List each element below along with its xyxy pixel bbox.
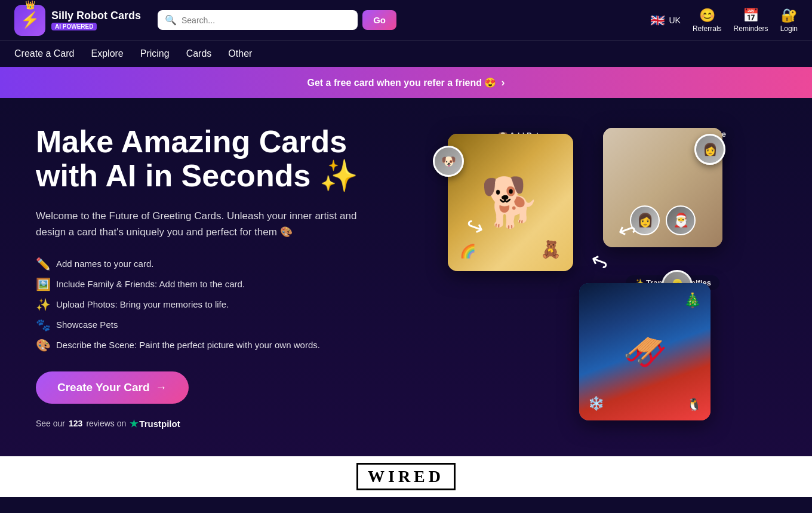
feature-text-5: Describe the Scene: Paint the perfect pi… — [56, 340, 320, 350]
search-input[interactable] — [182, 16, 350, 25]
ai-badge: AI POWERED — [51, 23, 97, 30]
logo-icon: 👑 ⚡ — [14, 5, 45, 36]
feature-item-2: 🖼️ Include Family & Friends: Add them to… — [36, 277, 382, 291]
referrals-icon: 😊 — [699, 8, 715, 23]
nav-other[interactable]: Other — [228, 46, 252, 62]
banner-text: Get a free card when you refer a friend … — [307, 77, 497, 88]
trustpilot-prefix: See our — [36, 419, 65, 428]
nav-create-a-card[interactable]: Create a Card — [14, 46, 75, 62]
profile-bubble-1: 🐶 — [433, 146, 464, 177]
pet-card: 🐕 🧸 🌈 — [448, 134, 573, 271]
dog-emoji-icon: 🐕 — [481, 174, 540, 231]
curved-arrow-3: ↪ — [588, 247, 613, 277]
feature-item-1: ✏️ Add names to your card. — [36, 257, 382, 271]
logo[interactable]: 👑 ⚡ Silly Robot Cards AI POWERED — [14, 5, 146, 36]
cta-label: Create Your Card — [57, 381, 150, 394]
penguin-icon: 🐧 — [687, 397, 702, 411]
promo-banner[interactable]: Get a free card when you refer a friend … — [0, 67, 812, 98]
locale-button[interactable]: 🇬🇧 UK — [650, 13, 680, 27]
nav-explore[interactable]: Explore — [91, 46, 124, 62]
create-card-button[interactable]: Create Your Card → — [36, 371, 189, 404]
search-icon: 🔍 — [165, 14, 177, 26]
nav-cards[interactable]: Cards — [186, 46, 212, 62]
reminders-label: Reminders — [734, 24, 768, 33]
toy-emoji: 🧸 — [540, 239, 561, 259]
cta-arrow-icon: → — [156, 381, 167, 394]
pet-card-inner: 🐕 🧸 🌈 — [448, 134, 573, 271]
trustpilot-star-icon: ★ — [130, 418, 138, 429]
feature-icon-5: 🎨 — [36, 338, 50, 352]
hero-left: Make Amazing Cards with AI in Seconds ✨ … — [36, 125, 382, 429]
feature-text-3: Upload Photos: Bring your memories to li… — [56, 299, 229, 309]
feature-icon-3: ✨ — [36, 297, 50, 312]
wired-section: WIRED — [0, 456, 812, 497]
selfie-card-inner: 🛷 🎄 ❄️ 🐧 — [579, 283, 710, 420]
feature-text-1: Add names to your card. — [56, 259, 153, 269]
logo-text: Silly Robot Cards AI POWERED — [51, 10, 141, 30]
site-name: Silly Robot Cards — [51, 10, 141, 23]
feature-icon-2: 🖼️ — [36, 277, 50, 291]
trustpilot-logo[interactable]: ★ Trustpilot — [130, 418, 180, 429]
sleigh-icon: 🛷 — [623, 331, 668, 373]
hero-title: Make Amazing Cards with AI in Seconds ✨ — [36, 125, 382, 193]
referrals-label: Referrals — [693, 24, 722, 33]
login-icon: 🔐 — [781, 8, 797, 23]
hero-section: Make Amazing Cards with AI in Seconds ✨ … — [0, 98, 812, 456]
right-nav: 🇬🇧 UK 😊 Referrals 📅 Reminders 🔐 Login — [650, 8, 798, 33]
referrals-button[interactable]: 😊 Referrals — [693, 8, 722, 33]
login-label: Login — [780, 24, 798, 33]
rainbow-emoji: 🌈 — [460, 244, 476, 259]
trustpilot-area: See our 123 reviews on ★ Trustpilot — [36, 418, 382, 429]
trustpilot-brand: Trustpilot — [139, 419, 180, 429]
reminders-icon: 📅 — [743, 8, 759, 23]
xmas-tree-icon: 🎄 — [684, 292, 702, 309]
login-button[interactable]: 🔐 Login — [780, 8, 798, 33]
banner-arrow-icon: › — [501, 76, 505, 89]
nav-pricing[interactable]: Pricing — [140, 46, 170, 62]
feature-item-3: ✨ Upload Photos: Bring your memories to … — [36, 297, 382, 312]
reminders-button[interactable]: 📅 Reminders — [734, 8, 768, 33]
search-area: 🔍 Go — [158, 10, 396, 30]
search-go-button[interactable]: Go — [362, 10, 396, 30]
snow-icon: ❄️ — [588, 396, 604, 411]
feature-item-5: 🎨 Describe the Scene: Paint the perfect … — [36, 338, 382, 352]
hero-right: 🐶 Add Pets 👥 Add Multiple People 🐕 🧸 🌈 — [382, 122, 776, 432]
profile-bubble-2: 👩 — [694, 134, 725, 165]
flag-icon: 🇬🇧 — [650, 13, 665, 27]
santa-avatar: 🎅 — [666, 205, 696, 235]
feature-text-2: Include Family & Friends: Add them to th… — [56, 279, 245, 289]
feature-icon-4: 🐾 — [36, 318, 50, 332]
search-wrapper: 🔍 — [158, 10, 358, 30]
hero-subtitle: Welcome to the Future of Greeting Cards.… — [36, 208, 382, 240]
site-header: 👑 ⚡ Silly Robot Cards AI POWERED 🔍 Go 🇬🇧… — [0, 0, 812, 41]
trustpilot-count: 123 — [69, 419, 82, 428]
feature-item-4: 🐾 Showcase Pets — [36, 318, 382, 332]
selfie-card: 🛷 🎄 ❄️ 🐧 — [579, 283, 710, 420]
nav-bar: Create a Card Explore Pricing Cards Othe… — [0, 41, 812, 67]
trustpilot-suffix: reviews on — [86, 419, 126, 428]
features-list: ✏️ Add names to your card. 🖼️ Include Fa… — [36, 257, 382, 352]
feature-icon-1: ✏️ — [36, 257, 50, 271]
feature-text-4: Showcase Pets — [56, 320, 118, 330]
wired-logo: WIRED — [356, 463, 456, 490]
locale-label: UK — [669, 16, 680, 25]
card-group: 🐶 Add Pets 👥 Add Multiple People 🐕 🧸 🌈 — [430, 122, 728, 432]
